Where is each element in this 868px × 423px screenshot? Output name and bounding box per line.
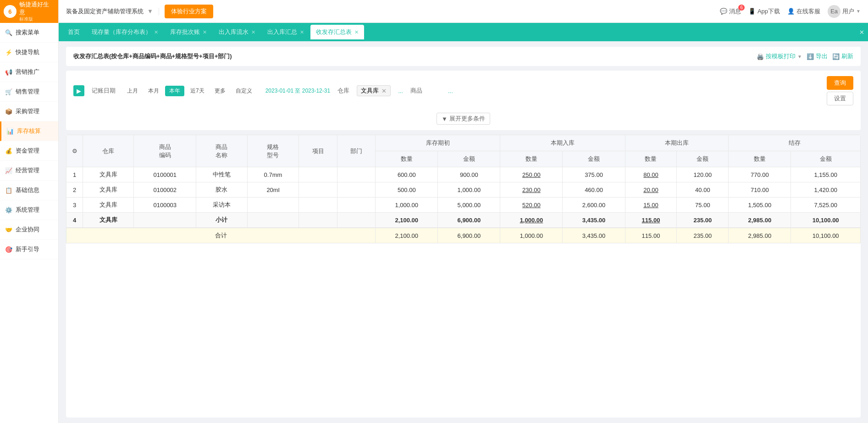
cell-balance-qty: 1,505.00: [729, 198, 791, 213]
cell-out-qty[interactable]: 20.00: [625, 182, 677, 198]
tab-in-out-summary[interactable]: 出入库汇总✕: [262, 25, 310, 39]
tab-label-inventory-dist: 现存量（库存分布表）: [92, 28, 151, 36]
cell-no: 3: [66, 198, 83, 213]
cell-goods-spec: 0.7mm: [247, 167, 299, 182]
cell-goods-spec: 20ml: [247, 182, 299, 198]
tab-close-batch-ledger[interactable]: ✕: [203, 29, 207, 35]
refresh-btn[interactable]: 🔄 刷新: [832, 52, 853, 60]
cell-project: [299, 167, 337, 182]
date-last-month[interactable]: 上月: [123, 86, 142, 96]
date-more[interactable]: 更多: [210, 86, 230, 96]
filter-bar: ▶ 记账日期 上月 本月 本年 近7天 更多 自定义 2023-01-01 至 …: [66, 71, 861, 130]
tab-in-out-flow[interactable]: 出入库流水✕: [213, 25, 261, 39]
tab-receive-send-summary[interactable]: 收发存汇总表✕: [310, 25, 364, 39]
col-goods-spec: 规格型号: [247, 135, 299, 167]
cell-department: [337, 213, 375, 228]
date-this-month[interactable]: 本月: [144, 86, 163, 96]
cell-in-qty[interactable]: 230.00: [500, 182, 563, 198]
tab-label-in-out-summary: 出入库汇总: [267, 28, 297, 36]
total-out-amt: 235.00: [677, 228, 729, 243]
cell-no: 4: [66, 213, 83, 228]
settings-btn[interactable]: 设置: [827, 92, 853, 105]
date-this-year[interactable]: 本年: [165, 86, 184, 96]
total-opening-amt: 6,900.00: [438, 228, 500, 243]
export-icon: ⬇️: [807, 53, 814, 60]
sidebar-item-inventory[interactable]: 📊 库存核算: [0, 121, 58, 141]
col-warehouse: 仓库: [83, 135, 134, 167]
cell-department: [337, 182, 375, 198]
user-menu[interactable]: Ea 用户 ▼: [828, 5, 861, 18]
cell-balance-qty: 710.00: [729, 182, 791, 198]
col-out-amt: 金额: [677, 151, 729, 167]
tab-home[interactable]: 首页: [62, 25, 85, 39]
warehouse-more[interactable]: ...: [398, 88, 403, 94]
sidebar-item-quick-nav[interactable]: ⚡ 快捷导航: [0, 43, 58, 62]
col-group-balance: 结存: [729, 135, 861, 151]
messages-btn[interactable]: 💬 消息 6: [720, 7, 741, 16]
table-row: 2 文具库 0100002 胶水 20ml 500.00 1,000.00 23…: [66, 182, 861, 198]
tab-close-inventory-dist[interactable]: ✕: [154, 29, 158, 35]
page-title-row: 收发存汇总表(按仓库+商品编码+商品+规格型号+项目+部门) 🖨️ 按模板打印 …: [73, 52, 853, 60]
sidebar-item-search[interactable]: 🔍 搜索菜单: [0, 23, 58, 43]
total-balance-amt: 10,100.00: [791, 228, 861, 243]
app-download-btn[interactable]: 📱 App下载: [748, 7, 780, 16]
query-btn[interactable]: 查询: [827, 76, 853, 90]
sidebar-item-newbie[interactable]: 🎯 新手引导: [0, 240, 58, 259]
user-dropdown-icon: ▼: [856, 9, 861, 14]
filter-arrow-btn[interactable]: ▶: [73, 85, 84, 96]
online-service-btn[interactable]: 👤 在线客服: [787, 7, 820, 16]
tab-close-in-out-summary[interactable]: ✕: [300, 29, 304, 35]
cell-out-qty[interactable]: 15.00: [625, 198, 677, 213]
sidebar-item-operations[interactable]: 📈 经营管理: [0, 161, 58, 181]
cell-goods-name: 小计: [196, 213, 247, 228]
cell-warehouse: 文具库: [83, 167, 134, 182]
tab-close-in-out-flow[interactable]: ✕: [251, 29, 255, 35]
col-in-amt: 金额: [563, 151, 625, 167]
date-last-7-days[interactable]: 近7天: [186, 86, 209, 96]
tab-batch-ledger[interactable]: 库存批次账✕: [165, 25, 212, 39]
dropdown-icon[interactable]: ▼: [147, 8, 153, 15]
sidebar-item-purchase[interactable]: 📦 采购管理: [0, 102, 58, 121]
export-btn[interactable]: ⬇️ 导出: [807, 52, 828, 60]
cell-opening-amt: 1,000.00: [438, 182, 500, 198]
cell-goods-spec: [247, 198, 299, 213]
cell-in-qty[interactable]: 520.00: [500, 198, 563, 213]
col-settings[interactable]: ⚙: [66, 135, 83, 167]
cell-department: [337, 198, 375, 213]
tab-inventory-dist[interactable]: 现存量（库存分布表）✕: [86, 25, 164, 39]
tab-close-receive-send-summary[interactable]: ✕: [354, 29, 359, 35]
sidebar-item-sales[interactable]: 🛒 销售管理: [0, 82, 58, 102]
warehouse-tag-close[interactable]: ✕: [381, 88, 387, 94]
sidebar-label-basic-info: 基础信息: [16, 186, 39, 194]
goods-more[interactable]: ...: [448, 88, 453, 94]
close-all-tabs[interactable]: ✕: [859, 29, 864, 36]
tabs-bar: 首页现存量（库存分布表）✕库存批次账✕出入库流水✕出入库汇总✕收发存汇总表✕ ✕: [59, 23, 868, 41]
warehouse-filter-tag[interactable]: 文具库 ✕: [357, 85, 391, 96]
date-custom[interactable]: 自定义: [232, 86, 256, 96]
total-balance-qty: 2,985.00: [729, 228, 791, 243]
print-btn[interactable]: 🖨️ 按模板打印 ▼: [757, 52, 802, 60]
sidebar-label-sales: 销售管理: [16, 88, 39, 96]
cell-opening-qty: 500.00: [376, 182, 438, 198]
col-group-in: 本期入库: [500, 135, 625, 151]
expand-conditions-btn[interactable]: ▼ 展开更多条件: [437, 113, 490, 125]
sidebar-item-basic-info[interactable]: 📋 基础信息: [0, 181, 58, 200]
cell-out-amt: 75.00: [677, 198, 729, 213]
sidebar-label-marketing: 营销推广: [16, 68, 39, 76]
cell-out-qty[interactable]: 80.00: [625, 167, 677, 182]
col-group-opening: 库存期初: [376, 135, 500, 151]
cell-in-qty[interactable]: 250.00: [500, 167, 563, 182]
cell-goods-code: 0100003: [134, 198, 196, 213]
cell-goods-spec: [247, 213, 299, 228]
sidebar-item-finance[interactable]: 💰 资金管理: [0, 141, 58, 161]
cell-warehouse: 文具库: [83, 198, 134, 213]
sidebar-item-system[interactable]: ⚙️ 系统管理: [0, 200, 58, 220]
cell-goods-name: 采访本: [196, 198, 247, 213]
experience-btn[interactable]: 体验行业方案: [165, 5, 213, 18]
sidebar-item-enterprise[interactable]: 🤝 企业协同: [0, 220, 58, 240]
col-project: 项目: [299, 135, 337, 167]
cell-department: [337, 167, 375, 182]
page-actions: 🖨️ 按模板打印 ▼ ⬇️ 导出 🔄 刷新: [757, 52, 853, 60]
cell-no: 1: [66, 167, 83, 182]
sidebar-item-marketing[interactable]: 📢 营销推广: [0, 62, 58, 82]
